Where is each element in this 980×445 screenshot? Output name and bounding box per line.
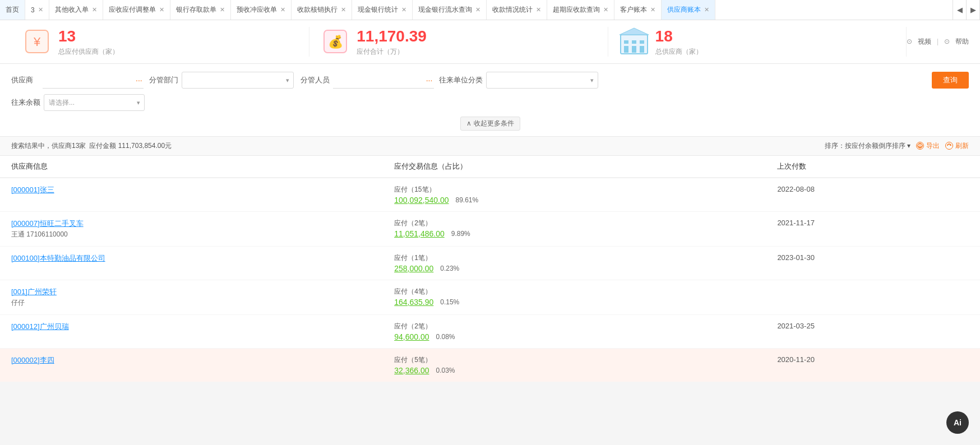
total-suppliers-count: 18: [655, 27, 702, 46]
nav-tab-recvstat[interactable]: 收款情况统计 ✕: [487, 0, 547, 20]
close-icon[interactable]: ✕: [401, 6, 406, 13]
last-pay-date-1: 2021-11-17: [777, 219, 815, 227]
nav-tab-income[interactable]: 其他收入单 ✕: [49, 0, 103, 20]
transaction-info-0: 应付（15笔） 100,092,540.00 89.61%: [394, 185, 777, 205]
nav-tab-prerecv[interactable]: 预收冲应收单 ✕: [231, 0, 292, 20]
nav-tab-cashquery[interactable]: 现金银行流水查询 ✕: [413, 0, 487, 20]
lastpay-5: 2020-11-20: [777, 355, 969, 364]
amount-pct-2: 0.23%: [440, 265, 459, 272]
supplier-filter-label: 供应商: [11, 75, 39, 85]
collapse-button[interactable]: ∧ 收起更多条件: [460, 117, 520, 131]
circle-icon-2: ⊙: [944, 38, 950, 45]
last-pay-date-0: 2022-08-08: [777, 185, 815, 193]
top-navigation: 首页 3 ✕ 其他收入单 ✕ 应收应付调整单 ✕ 银行存取款单 ✕ 预收冲应收单…: [0, 0, 980, 20]
summary-item-total-suppliers: 18 总供应商（家）: [608, 27, 907, 57]
amount-link-1[interactable]: 11,051,486.00: [394, 229, 445, 238]
close-icon[interactable]: ✕: [704, 6, 709, 13]
close-icon[interactable]: ✕: [536, 6, 541, 13]
svg-rect-7: [640, 40, 644, 44]
transaction-label-2: 应付（1笔）: [394, 253, 777, 263]
nav-tab-adjust-label: 应收应付调整单: [109, 5, 156, 15]
supplier-link-0[interactable]: [000001]张三: [11, 185, 394, 195]
supplier-dots-icon[interactable]: ···: [136, 76, 142, 85]
nav-tab-recvexec[interactable]: 收款核销执行 ✕: [292, 0, 352, 20]
person-input[interactable]: [333, 72, 434, 89]
nav-next-button[interactable]: ▶: [967, 0, 980, 20]
amount-link-0[interactable]: 100,092,540.00: [394, 196, 449, 205]
supplier-link-1[interactable]: [000007]恒旺二手叉车: [11, 219, 394, 229]
nav-tab-home[interactable]: 首页: [0, 0, 25, 20]
supplier-link-2[interactable]: [000100]本特勤油品有限公司: [11, 253, 394, 263]
supplier-info-3: [001]广州荣轩 仔仔: [11, 287, 394, 308]
nav-tab-supplierbook[interactable]: 供应商账本 ✕: [662, 0, 715, 20]
svg-text:¥: ¥: [33, 35, 41, 49]
transaction-detail-2: 应付（1笔） 258,000.00 0.23%: [394, 253, 777, 273]
amount-pct-4: 0.08%: [436, 333, 455, 341]
video-link[interactable]: 视频: [918, 37, 931, 47]
close-icon[interactable]: ✕: [341, 6, 346, 13]
sort-button[interactable]: 排序：按应付余额倒序排序 ▾: [825, 141, 910, 151]
supplier-input[interactable]: [43, 72, 144, 89]
filter-row-1: 供应商 ··· 分管部门 分管人员 ··· 往来单位分类 查询: [11, 72, 969, 89]
last-pay-date-4: 2021-03-25: [777, 322, 815, 330]
balance-filter-label: 往来余额: [11, 98, 40, 108]
supplier-link-3[interactable]: [001]广州荣轩: [11, 287, 394, 297]
nav-tab-bank[interactable]: 银行存取款单 ✕: [170, 0, 231, 20]
close-icon[interactable]: ✕: [475, 6, 480, 13]
help-link[interactable]: 帮助: [955, 37, 969, 47]
total-payable-label: 应付合计（万）: [357, 47, 427, 57]
refresh-label: 刷新: [955, 141, 969, 151]
amount-link-5[interactable]: 32,366.00: [394, 366, 429, 375]
nav-tab-overdue[interactable]: 超期应收款查询 ✕: [547, 0, 614, 20]
transaction-info-3: 应付（4笔） 164,635.90 0.15%: [394, 287, 777, 307]
transaction-amount-row-2: 258,000.00 0.23%: [394, 264, 777, 273]
svg-rect-6: [632, 40, 636, 44]
amount-link-4[interactable]: 94,600.00: [394, 332, 429, 341]
total-payable-amount: 11,170.39: [357, 27, 427, 46]
transaction-amount-row-4: 94,600.00 0.08%: [394, 332, 777, 341]
lastpay-2: 2023-01-30: [777, 253, 969, 262]
nav-tab-cashstat[interactable]: 现金银行统计 ✕: [352, 0, 413, 20]
close-icon[interactable]: ✕: [650, 6, 655, 13]
transaction-amount-row-3: 164,635.90 0.15%: [394, 298, 777, 307]
transaction-detail-0: 应付（15笔） 100,092,540.00 89.61%: [394, 185, 777, 205]
chevron-up-icon: ∧: [466, 119, 471, 127]
nav-tab-adjust[interactable]: 应收应付调整单 ✕: [103, 0, 170, 20]
dept-select[interactable]: [182, 72, 294, 89]
amount-link-3[interactable]: 164,635.90: [394, 298, 433, 307]
svg-text:💰: 💰: [328, 34, 344, 49]
nav-tab-cashstat-label: 现金银行统计: [358, 5, 398, 15]
nav-tab-custbook[interactable]: 客户账本 ✕: [614, 0, 662, 20]
result-bar-actions: 排序：按应付余额倒序排序 ▾ 导出 刷新: [825, 141, 969, 151]
supplier-link-4[interactable]: [000012]广州贝瑞: [11, 322, 394, 332]
close-icon[interactable]: ✕: [92, 6, 97, 13]
nav-tab-custbook-label: 客户账本: [620, 5, 647, 15]
nav-prev-button[interactable]: ◀: [953, 0, 967, 20]
query-button[interactable]: 查询: [932, 72, 969, 89]
summary-bar: ¥ 13 总应付供应商（家） 💰 11,170.39 应付合计（万）: [0, 20, 980, 64]
supplier-link-5[interactable]: [000002]李四: [11, 355, 394, 365]
person-dots-icon[interactable]: ···: [426, 76, 433, 85]
close-icon[interactable]: ✕: [38, 6, 43, 13]
close-icon[interactable]: ✕: [603, 6, 608, 13]
transaction-label-3: 应付（4笔）: [394, 287, 777, 296]
close-icon[interactable]: ✕: [220, 6, 225, 13]
svg-rect-9: [632, 46, 636, 53]
category-select[interactable]: [486, 72, 598, 89]
refresh-button[interactable]: 刷新: [945, 141, 969, 151]
table-header: 供应商信息 应付交易信息（占比） 上次付数: [0, 156, 980, 178]
nav-tab-3[interactable]: 3 ✕: [25, 0, 49, 20]
balance-select[interactable]: 请选择...: [44, 94, 145, 111]
amount-link-2[interactable]: 258,000.00: [394, 264, 433, 273]
export-label: 导出: [926, 141, 940, 151]
nav-tab-overdue-label: 超期应收款查询: [553, 5, 600, 15]
filter-dept: 分管部门: [149, 72, 294, 89]
close-icon[interactable]: ✕: [280, 6, 285, 13]
supplier-sub-3: 仔仔: [11, 298, 394, 308]
last-pay-date-2: 2023-01-30: [777, 253, 815, 262]
transaction-info-1: 应付（2笔） 11,051,486.00 9.89%: [394, 219, 777, 238]
lastpay-0: 2022-08-08: [777, 185, 969, 193]
export-button[interactable]: 导出: [916, 141, 940, 151]
transaction-amount-row-5: 32,366.00 0.03%: [394, 366, 777, 375]
close-icon[interactable]: ✕: [159, 6, 164, 13]
